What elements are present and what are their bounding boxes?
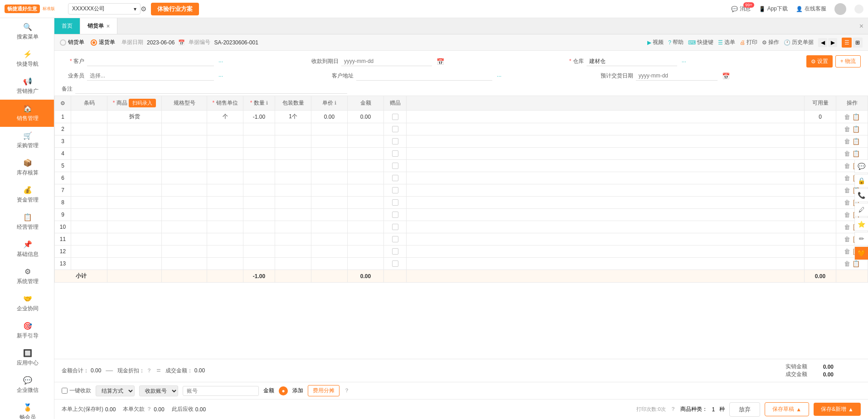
discard-button[interactable]: 放弃 [729,402,760,417]
print-question-icon[interactable]: ？ [670,405,676,413]
add-payment-btn[interactable]: ● [279,386,288,395]
prev-arrow[interactable]: ◀ [818,38,827,47]
float-btn-pencil[interactable]: ✏ [854,232,868,246]
addr-dots[interactable]: ··· [497,73,501,79]
customer-addr-input[interactable] [356,71,492,81]
float-btn-star[interactable]: ⭐ [854,217,868,231]
sidebar-item-wechat[interactable]: 💬 企业微信 [0,371,54,399]
notes-input[interactable] [75,84,347,94]
gift-checkbox[interactable] [392,236,398,242]
app-download-btn[interactable]: 📱 App下载 [759,5,788,13]
shortcut-btn[interactable]: ⌨ 快捷键 [688,39,713,46]
amount-input[interactable] [183,386,259,396]
message-btn[interactable]: 💬 消息 99+ [731,5,751,13]
delete-row-icon[interactable]: 🗑 [844,125,850,133]
delete-row-icon[interactable]: 🗑 [844,199,850,206]
copy-row-icon[interactable]: 📋 [852,150,860,157]
delete-row-icon[interactable]: 🗑 [844,162,850,169]
radio-return-label[interactable]: 退货单 [91,39,115,46]
sidebar-item-sales[interactable]: 🏠 销售管理 [0,100,54,127]
gift-checkbox[interactable] [392,187,398,193]
trial-button[interactable]: 体验行业方案 [151,3,199,15]
company-selector[interactable]: XXXXXX公司 ▾ [68,3,141,14]
history-btn[interactable]: 🕐 历史单据 [784,39,814,46]
choose-btn[interactable]: ☰ 选单 [718,39,735,46]
copy-row-icon[interactable]: 📋 [852,260,860,267]
delivery-calendar-icon[interactable]: 📅 [722,72,730,80]
gift-checkbox[interactable] [392,224,398,230]
avatar[interactable] [834,3,846,15]
radio-sales-label[interactable]: 销货单 [60,39,84,46]
one-click-pay-checkbox[interactable]: 一键收款 [62,387,91,395]
delete-row-icon[interactable]: 🗑 [844,174,850,182]
account-select[interactable]: 收款账号 [139,385,178,396]
delete-row-icon[interactable]: 🗑 [844,236,850,243]
sidebar-item-guide[interactable]: 🎯 新手引导 [0,317,54,344]
owe-question-icon[interactable]: ？ [146,405,152,413]
copy-row-icon[interactable]: 📋 [852,138,860,145]
sidebar-item-collab[interactable]: 🤝 企业协同 [0,290,54,317]
tab-close-icon[interactable]: × [107,23,110,29]
float-btn-orange[interactable]: 🧡 [854,246,868,260]
operate-btn[interactable]: ⚙ 操作 [762,39,779,46]
salesperson-dots[interactable]: ··· [218,73,223,79]
save-draft-button[interactable]: 保存草稿 ▲ [765,402,809,416]
float-btn-phone[interactable]: 📞 [854,188,868,202]
next-arrow[interactable]: ▶ [828,38,837,47]
tab-home[interactable]: 首页 [54,18,80,34]
help-btn[interactable]: ? 帮助 [668,39,684,46]
sidebar-item-marketing[interactable]: 📢 营销推广 [0,72,54,100]
sidebar-item-finance[interactable]: 💰 资金管理 [0,181,54,208]
customer-input[interactable] [87,57,214,66]
tab-close-all[interactable]: × [855,22,868,30]
gift-checkbox[interactable] [392,212,398,218]
gift-checkbox[interactable] [392,138,398,144]
tab-sales-order[interactable]: 销货单 × [80,18,117,34]
settings-button[interactable]: ⚙ 设置 [806,55,833,67]
gift-checkbox[interactable] [392,163,398,169]
warehouse-dots[interactable]: ··· [682,58,686,65]
customer-dots[interactable]: ··· [218,58,223,65]
scan-button[interactable]: 扫码录入 [129,99,156,107]
warehouse-input[interactable] [587,57,677,66]
expense-help-icon[interactable]: ？ [344,387,349,395]
delete-row-icon[interactable]: 🗑 [844,187,850,194]
grid-view-btn[interactable]: ⊞ [853,38,863,48]
expense-split-button[interactable]: 费用分摊 [308,385,339,396]
gift-checkbox[interactable] [392,114,398,120]
date-calendar-icon[interactable]: 📅 [178,39,185,46]
copy-row-icon[interactable]: 📋 [852,113,860,120]
list-view-btn[interactable]: ☰ [842,38,852,48]
one-click-checkbox-input[interactable] [62,388,68,394]
delete-row-icon[interactable]: 🗑 [844,248,850,255]
delivery-date-input[interactable] [636,71,718,81]
discount-question-icon[interactable]: ？ [146,367,152,375]
delete-row-icon[interactable]: 🗑 [844,150,850,157]
delete-row-icon[interactable]: 🗑 [844,260,850,267]
sidebar-item-quick[interactable]: ⚡ 快捷导航 [0,45,54,72]
sidebar-item-operation[interactable]: 📋 经营管理 [0,208,54,236]
th-settings[interactable]: ⚙ [55,96,71,111]
sidebar-item-purchase[interactable]: 🛒 采购管理 [0,127,54,154]
settings-gear-icon[interactable]: ⚙ [141,5,146,13]
print-btn[interactable]: 🖨 打印 [740,39,757,46]
delete-row-icon[interactable]: 🗑 [844,211,850,218]
method-select[interactable]: 结算方式 [96,385,135,396]
gift-checkbox[interactable] [392,260,398,267]
delete-row-icon[interactable]: 🗑 [844,138,850,145]
salesperson-input[interactable] [87,71,214,81]
sidebar-item-member[interactable]: 🏅 畅会员 [0,399,54,419]
sidebar-item-search[interactable]: 🔍 搜索菜单 [0,18,54,45]
sidebar-item-system[interactable]: ⚙ 系统管理 [0,263,54,290]
gift-checkbox[interactable] [392,199,398,206]
delete-row-icon[interactable]: 🗑 [844,223,850,231]
sidebar-item-inventory[interactable]: 📦 库存核算 [0,154,54,181]
sidebar-item-app[interactable]: 🔲 应用中心 [0,344,54,371]
float-btn-edit[interactable]: 🖊 [854,203,868,217]
logistics-button[interactable]: + 物流 [835,55,861,67]
receive-date-calendar-icon[interactable]: 📅 [436,58,444,65]
online-service-btn[interactable]: 👤 在线客服 [796,5,826,13]
float-btn-lock[interactable]: 🔒 [854,174,868,188]
copy-row-icon[interactable]: 📋 [852,125,860,133]
receive-date-input[interactable] [341,57,432,66]
